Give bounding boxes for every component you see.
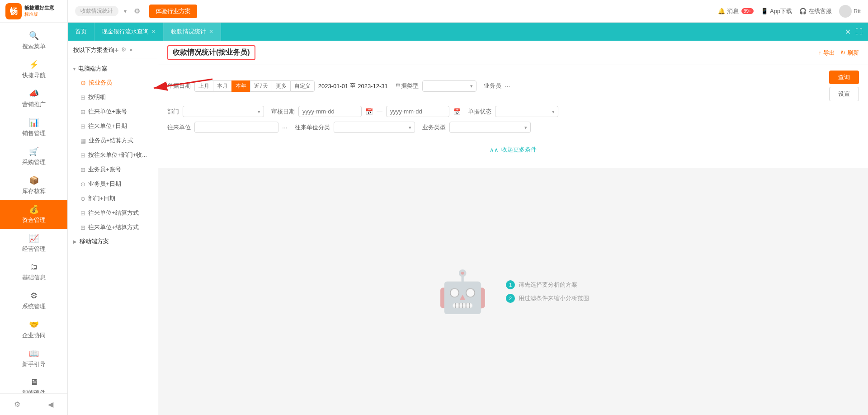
query-button[interactable]: 查询 [829,71,859,84]
partner-dots-icon[interactable]: ··· [282,124,288,131]
sidebar-item-basic[interactable]: 🗂 基础信息 [0,258,67,286]
settings-scheme-icon[interactable]: ⚙ [121,46,127,54]
demo-button[interactable]: 体验行业方案 [149,5,197,18]
company-icon: 🤝 [29,320,39,330]
sidebar-item-marketing[interactable]: 📣 营销推广 [0,84,67,113]
sidebar-item-company[interactable]: 🤝 企业协同 [0,315,67,344]
dept-label: 部门 [167,108,179,116]
breadcrumb-chevron-icon[interactable]: ▾ [124,8,127,14]
sidebar-item-label: 企业协同 [22,331,46,340]
export-button[interactable]: ↑ 导出 [819,49,835,57]
close-all-tabs-icon[interactable]: ✕ [845,28,851,36]
partner-category-label: 往来单位分类 [295,123,330,132]
partner-category-select[interactable] [334,122,415,133]
calendar-to-icon[interactable]: 📅 [453,108,461,115]
collapse-button[interactable]: ∧∧ 收起更多条件 [490,142,537,157]
notifications-item[interactable]: 🔔 消息 99+ [718,7,754,15]
tab-home[interactable]: 首页 [68,23,94,41]
scheme-dept-date[interactable]: ⊙ 部门+日期 [68,191,158,206]
page-title: 收款情况统计(按业务员) [173,48,250,56]
unit-date-icon: ⊞ [80,123,85,130]
sidebar-item-sales[interactable]: 📊 销售管理 [0,113,67,142]
date-separator: 至 [350,82,356,90]
tip-num-1: 1 [506,280,515,289]
scheme-unit-dept[interactable]: ⊞ 按往来单位+部门+收... [68,148,158,162]
biz-type-select[interactable] [449,122,531,133]
review-date-filter: 审核日期 📅 — 📅 [271,106,461,117]
sidebar-item-guide[interactable]: 📖 新手引导 [0,344,67,373]
page-title-box: 收款情况统计(按业务员) [167,45,255,60]
scheme-salesman-account[interactable]: ⊞ 业务员+账号 [68,162,158,177]
tab-bank-close-icon[interactable]: ✕ [151,28,156,35]
date-tab-more[interactable]: 更多 [272,80,290,92]
user-item[interactable]: Rit [839,5,861,18]
bell-icon: 🔔 [718,8,725,14]
user-name: Rit [854,8,861,14]
tab-bank[interactable]: 现金银行流水查询 ✕ [94,23,164,41]
review-date-to-input[interactable] [386,106,449,117]
tab-collection-close-icon[interactable]: ✕ [209,28,213,35]
data-area: 🤖 1 请先选择要分析的方案 2 用过滤条件来缩小分析范围 [158,168,868,415]
review-date-from-input[interactable] [298,106,362,117]
sidebar-item-inventory[interactable]: 📦 库存核算 [0,171,67,200]
doc-status-select[interactable] [495,106,558,117]
date-tab-custom[interactable]: 自定义 [290,80,315,92]
date-tab-prev-month[interactable]: 上月 [194,80,213,92]
scheme-label: 按业务员 [89,79,112,87]
salesman-more-icon[interactable]: ··· [505,82,510,90]
doc-type-select[interactable] [422,80,476,92]
sidebar-item-system[interactable]: ⚙ 系统管理 [0,286,67,315]
sales-icon: 📊 [29,118,39,127]
tab-collection[interactable]: 收款情况统计 ✕ [164,23,221,41]
scheme-unit-settle2[interactable]: ⊞ 往来单位+结算方式 [68,220,158,235]
scheme-label: 业务员+结算方式 [89,137,133,145]
online-service-item[interactable]: 🎧 在线客服 [799,7,832,15]
tip-2: 2 用过滤条件来缩小分析范围 [506,294,589,303]
sidebar-item-label: 营销推广 [22,100,46,108]
gear-icon[interactable]: ⚙ [134,7,140,15]
download-icon: 📱 [761,8,768,14]
scheme-label: 部门+日期 [88,194,115,203]
sidebar-item-ops[interactable]: 📈 经营管理 [0,229,67,258]
add-scheme-icon[interactable]: + [114,46,118,54]
sidebar-item-finance[interactable]: 💰 资金管理 [0,200,67,229]
scheme-salesman-settle[interactable]: ▦ 业务员+结算方式 [68,133,158,148]
sidebar-item-hardware[interactable]: 🖥 智能硬件 [0,373,67,393]
scheme-unit-date[interactable]: ⊞ 往来单位+日期 [68,119,158,133]
refresh-button[interactable]: ↻ 刷新 [840,49,859,57]
notifications-badge: 99+ [741,8,754,14]
right-content: 收款情况统计(按业务员) ↑ 导出 ↻ 刷新 单据日期 [158,41,868,415]
sidebar-bottom: ⚙ ◀ [0,393,67,415]
settings-bottom-icon[interactable]: ⚙ [10,398,24,410]
collapse-panel-icon[interactable]: « [129,46,132,54]
left-panel-icons: + ⚙ « [114,46,133,54]
scheme-salesman-date[interactable]: ⊙ 业务员+日期 [68,177,158,191]
calendar-from-icon[interactable]: 📅 [365,108,373,115]
notifications-label: 消息 [727,7,739,15]
scheme-unit-settle1[interactable]: ⊞ 往来单位+结算方式 [68,206,158,220]
scheme-by-detail[interactable]: ⊞ 按明细 [68,90,158,104]
collapse-sidebar-icon[interactable]: ◀ [44,398,57,410]
sidebar-item-search[interactable]: 🔍 搜索菜单 [0,26,67,55]
mobile-section[interactable]: ▶ 移动端方案 [68,235,158,248]
sidebar-item-purchase[interactable]: 🛒 采购管理 [0,142,67,171]
date-tab-this-month[interactable]: 本月 [213,80,231,92]
sidebar-item-label: 搜索菜单 [22,42,46,51]
sidebar-item-label: 库存核算 [22,187,46,195]
desktop-section[interactable]: ▾ 电脑端方案 [68,62,158,75]
tab-bank-label: 现金银行流水查询 [102,28,149,36]
app-download-item[interactable]: 📱 App下载 [761,7,792,15]
fullscreen-icon[interactable]: ⛶ [855,28,863,36]
unit-settle1-icon: ⊞ [80,210,85,217]
settings-button[interactable]: 设置 [829,87,859,101]
date-tab-this-year[interactable]: 本年 [231,80,250,92]
collapse-up-icon: ∧∧ [490,146,499,153]
dept-select[interactable] [183,106,264,117]
doc-status-select-wrapper [495,106,558,117]
scheme-unit-account[interactable]: ⊞ 往来单位+账号 [68,104,158,119]
sidebar-nav: 🔍 搜索菜单 ⚡ 快捷导航 📣 营销推广 📊 销售管理 🛒 采购管理 📦 库存核… [0,23,67,393]
date-tab-last7[interactable]: 近7天 [250,80,272,92]
partner-input[interactable] [194,122,278,133]
scheme-by-salesman[interactable]: ⊙ 按业务员 [68,75,158,90]
sidebar-item-quicknav[interactable]: ⚡ 快捷导航 [0,55,67,84]
